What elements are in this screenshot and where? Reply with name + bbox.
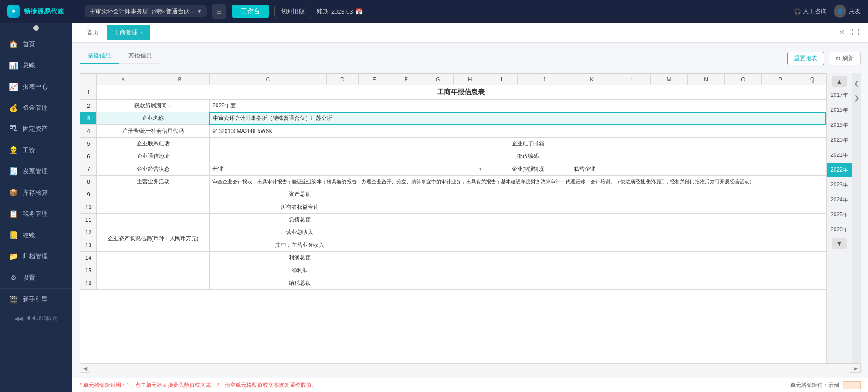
sidebar-item-guide[interactable]: 🎬 新手引导 xyxy=(0,289,72,310)
year-2025[interactable]: 2025年 xyxy=(827,207,852,222)
user-area[interactable]: 👤 用友 xyxy=(834,5,861,18)
sidebar-item-reports[interactable]: 📈 报表中心 xyxy=(0,76,72,97)
cell-empty-11 xyxy=(97,214,210,226)
sub-tab-other[interactable]: 其他信息 xyxy=(120,48,160,64)
row-num-12: 12 xyxy=(80,226,97,239)
year-2022[interactable]: 2022年 xyxy=(827,163,852,177)
cell-revenue-value[interactable] xyxy=(390,226,826,239)
tab-commerce[interactable]: 工商管理 × xyxy=(107,25,150,40)
right-expand-icon[interactable]: ❯ xyxy=(852,92,861,103)
year-2018[interactable]: 2018年 xyxy=(827,103,852,118)
right-collapse-icon[interactable]: ❮ xyxy=(852,78,861,89)
sidebar-item-close[interactable]: 📒 结账 xyxy=(0,225,72,246)
col-header-d[interactable]: D xyxy=(326,74,358,85)
col-header-h[interactable]: H xyxy=(454,74,486,85)
sidebar-pin-button[interactable]: ◀◀ ◀◀取消固定 xyxy=(0,310,72,327)
col-header-i[interactable]: I xyxy=(486,74,517,85)
sidebar-item-assets[interactable]: 🏗 固定资产 xyxy=(0,119,72,139)
top-header: ✦ 畅捷通易代账 中审众环会计师事务所（特殊普通合伙... ▼ ⊞ 工作台 切到… xyxy=(0,0,868,23)
sheet-container[interactable]: A B C D E F G H I J K L xyxy=(80,73,826,363)
edit-hint: * 单元格编辑说明：1、点击单元格直接录入数值或文本。2、清空单元格数值或文本恢… xyxy=(80,382,317,389)
tab-expand-button[interactable]: ⛶ xyxy=(850,26,861,38)
cell-period-label: 税款所属期间： xyxy=(97,100,210,112)
switch-version-button[interactable]: 切到旧版 xyxy=(274,5,311,18)
sidebar-item-home[interactable]: 🏠 首页 xyxy=(0,33,72,55)
cell-liabilities-value[interactable] xyxy=(390,214,826,226)
col-header-k[interactable]: K xyxy=(571,74,613,85)
sheet-scroll-left[interactable]: ◀ xyxy=(80,364,90,373)
row-num-3: 3 xyxy=(80,112,97,125)
bottom-right: 单元格编辑过：示例 xyxy=(790,381,861,389)
cell-business-value[interactable]: 审查企业会计报表；出具审计报告；验证企业资本；出具验资报告；办理企业合开、分立、… xyxy=(210,176,826,188)
col-header-j[interactable]: J xyxy=(518,74,571,85)
cell-phone-value[interactable] xyxy=(210,138,486,150)
cell-company-value[interactable]: 中审众环会计师事务所（特殊普通合伙）江苏分所 xyxy=(210,112,826,125)
support-button[interactable]: 🎧 人工咨询 xyxy=(794,7,826,15)
sidebar-item-inventory[interactable]: 📦 库存核算 xyxy=(0,182,72,203)
sidebar-item-archive[interactable]: 📁 归档管理 xyxy=(0,246,72,267)
cell-email-value[interactable] xyxy=(571,138,826,150)
sidebar-item-invoice[interactable]: 🧾 发票管理 xyxy=(0,161,72,182)
year-2017[interactable]: 2017年 xyxy=(827,88,852,103)
reset-button[interactable]: 重置报表 xyxy=(787,52,824,65)
sidebar-scroll-up[interactable] xyxy=(33,25,39,31)
year-2021[interactable]: 2021年 xyxy=(827,148,852,163)
sidebar-item-salary[interactable]: 👷 工资 xyxy=(0,139,72,161)
year-2020[interactable]: 2020年 xyxy=(827,133,852,148)
sidebar-label-reports: 报表中心 xyxy=(23,83,48,91)
year-2024[interactable]: 2024年 xyxy=(827,192,852,207)
year-scroll-down[interactable]: ▼ xyxy=(832,238,847,249)
cell-main-revenue-value[interactable] xyxy=(390,239,826,252)
col-header-g[interactable]: G xyxy=(422,74,453,85)
cell-regnum-value[interactable]: 91320100MA208E5W6K xyxy=(210,125,826,138)
cell-empty-16 xyxy=(97,277,210,290)
cell-total-assets-value[interactable] xyxy=(390,188,826,201)
sub-tab-basic[interactable]: 基础信息 xyxy=(80,48,119,64)
col-header-q[interactable]: Q xyxy=(799,74,826,85)
year-2023[interactable]: 2023年 xyxy=(827,177,852,192)
cell-postal-value[interactable] xyxy=(571,150,826,163)
cell-liabilities-label: 负债总额 xyxy=(210,214,390,226)
row-num-4: 4 xyxy=(80,125,97,138)
cell-status-value[interactable]: 开业 ▼ xyxy=(210,163,486,176)
sidebar-item-ledger[interactable]: 📊 总账 xyxy=(0,55,72,76)
col-header-l[interactable]: L xyxy=(613,74,650,85)
tab-close-button[interactable]: ✕ xyxy=(837,26,846,38)
cell-period-value[interactable]: 2022年度 xyxy=(210,100,826,112)
company-selector[interactable]: 中审众环会计师事务所（特殊普通合伙... ▼ xyxy=(85,5,207,17)
calendar-icon[interactable]: 📅 xyxy=(355,8,363,15)
sidebar-label-funds: 资金管理 xyxy=(23,104,48,112)
sidebar-item-funds[interactable]: 💰 资金管理 xyxy=(0,97,72,119)
col-header-m[interactable]: M xyxy=(650,74,687,85)
cell-net-profit-value[interactable] xyxy=(390,264,826,277)
sidebar-item-settings[interactable]: ⚙ 设置 xyxy=(0,267,72,288)
tab-close-icon[interactable]: × xyxy=(140,30,143,35)
year-2019[interactable]: 2019年 xyxy=(827,118,852,133)
col-header-n[interactable]: N xyxy=(688,74,725,85)
col-header-c[interactable]: C xyxy=(210,74,326,85)
col-header-b[interactable]: B xyxy=(150,74,209,85)
cell-holding-value[interactable]: 私营企业 xyxy=(571,163,826,176)
cell-tax-value[interactable] xyxy=(390,277,826,290)
year-scroll-up[interactable]: ▲ xyxy=(832,76,847,87)
title-cell[interactable]: 工商年报信息表 xyxy=(97,85,826,100)
period-prefix: 账期 xyxy=(317,7,329,15)
sheet-scroll-bar[interactable] xyxy=(90,364,850,371)
col-header-a[interactable]: A xyxy=(97,74,150,85)
refresh-button[interactable]: ↻ 刷新 xyxy=(829,52,861,65)
cell-profit-value[interactable] xyxy=(390,252,826,264)
year-2026[interactable]: 2026年 xyxy=(827,222,852,237)
tab-home[interactable]: 首页 xyxy=(80,25,106,40)
sidebar-item-tax[interactable]: 📋 税务管理 xyxy=(0,203,72,225)
cell-equity-value[interactable] xyxy=(390,201,826,214)
col-header-f[interactable]: F xyxy=(390,74,422,85)
document-icon[interactable]: ⊞ xyxy=(212,4,226,19)
workbench-button[interactable]: 工作台 xyxy=(232,5,269,18)
sheet-scroll-right[interactable]: ▶ xyxy=(850,364,861,373)
col-header-p[interactable]: P xyxy=(762,74,799,85)
col-header-o[interactable]: O xyxy=(725,74,762,85)
cell-address-value[interactable] xyxy=(210,150,486,163)
table-row: 2 税款所属期间： 2022年度 xyxy=(80,100,826,112)
header-right: 🎧 人工咨询 👤 用友 xyxy=(794,5,861,18)
col-header-e[interactable]: E xyxy=(358,74,390,85)
